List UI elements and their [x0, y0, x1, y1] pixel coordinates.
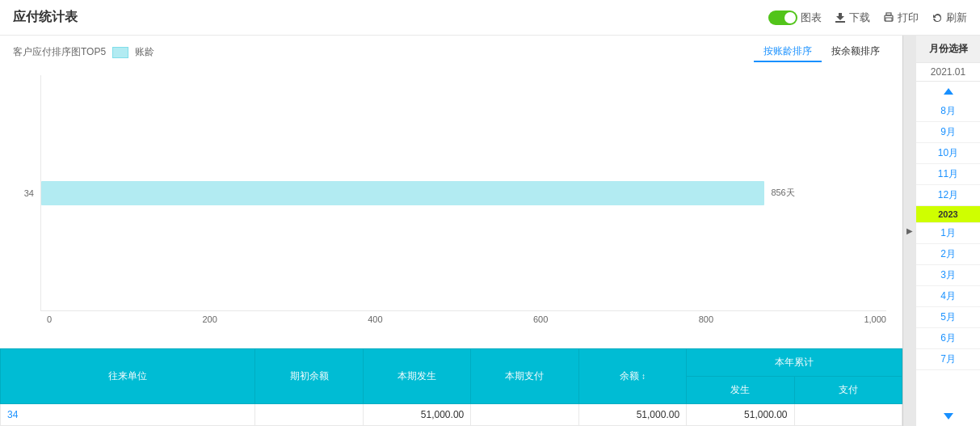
x-label-400: 400 [368, 314, 382, 324]
sort-by-age-button[interactable]: 按账龄排序 [754, 42, 822, 62]
td-current-payment [471, 404, 578, 426]
month-9[interactable]: 9月 [916, 122, 980, 143]
th-col6-sub1: 发生 [687, 377, 794, 404]
data-table: 往来单位 期初余额 本期发生 本期支付 余额 ↕ 本年累计 发生 [0, 348, 902, 426]
refresh-button[interactable]: 刷新 [932, 11, 967, 25]
sidebar-up-button[interactable] [916, 82, 980, 101]
month-12[interactable]: 12月 [916, 185, 980, 206]
download-icon [835, 12, 846, 23]
toggle-switch-icon[interactable] [768, 11, 797, 25]
th-col4: 本期支付 [471, 349, 578, 404]
legend-title: 客户应付排序图TOP5 [13, 45, 106, 59]
download-label: 下载 [849, 11, 870, 25]
right-panel: ▶ 月份选择 2021.01 8月 9月 10月 11月 12月 2023 1月… [902, 36, 980, 426]
sidebar-months: 8月 9月 10月 11月 12月 2023 1月 2月 3月 4月 5月 6月… [916, 101, 980, 407]
refresh-icon [932, 12, 943, 23]
sidebar: 月份选择 2021.01 8月 9月 10月 11月 12月 2023 1月 2… [915, 36, 980, 426]
th-col5: 余额 ↕ [578, 349, 686, 404]
bar-label-34: 856天 [771, 187, 794, 199]
chevron-down-icon [942, 410, 955, 423]
sidebar-collapse-toggle[interactable]: ▶ [902, 36, 915, 426]
th-col1: 往来单位 [1, 349, 255, 404]
table-section: 往来单位 期初余额 本期发生 本期支付 余额 ↕ 本年累计 发生 [0, 348, 902, 426]
main-content: 客户应付排序图TOP5 账龄 按账龄排序 按余额排序 34 [0, 36, 980, 426]
table-row: 34 51,000.00 51,000.00 51,000.00 [1, 404, 902, 426]
chart-top: 客户应付排序图TOP5 账龄 按账龄排序 按余额排序 [0, 36, 902, 69]
bar-chart-inner: 34 856天 [16, 75, 886, 311]
chart-sort-buttons: 按账龄排序 按余额排序 [754, 42, 890, 62]
legend-text: 账龄 [135, 45, 154, 59]
y-label-34: 34 [24, 188, 34, 198]
th-col2: 期初余额 [255, 349, 363, 404]
header-actions: 图表 下载 打印 刷新 [768, 11, 967, 25]
chart-body: 34 856天 0 200 400 600 [0, 69, 902, 348]
sort-by-balance-button[interactable]: 按余额排序 [822, 42, 890, 62]
month-10[interactable]: 10月 [916, 143, 980, 164]
chart-toggle[interactable]: 图表 [768, 11, 822, 25]
refresh-label: 刷新 [946, 11, 967, 25]
month-1[interactable]: 1月 [916, 223, 980, 244]
sidebar-year[interactable]: 2021.01 [916, 63, 980, 82]
x-label-800: 800 [699, 314, 713, 324]
bar-34 [41, 181, 764, 205]
app-container: 应付统计表 图表 下载 打印 刷新 [0, 0, 980, 426]
th-col3: 本期发生 [363, 349, 470, 404]
month-4[interactable]: 4月 [916, 286, 980, 307]
chart-area: 856天 [40, 75, 886, 311]
month-11[interactable]: 11月 [916, 164, 980, 185]
month-2[interactable]: 2月 [916, 244, 980, 265]
td-ytd-payment [794, 404, 902, 426]
x-label-1000: 1,000 [864, 314, 886, 324]
td-ytd-occurrence: 51,000.00 [687, 404, 794, 426]
svg-rect-2 [886, 13, 891, 15]
svg-rect-0 [835, 21, 845, 23]
th-col6-sub2: 支付 [794, 377, 902, 404]
print-icon [883, 12, 894, 23]
month-5[interactable]: 5月 [916, 307, 980, 328]
balance-sort-icon: ↕ [641, 372, 646, 381]
month-6[interactable]: 6月 [916, 328, 980, 349]
download-button[interactable]: 下载 [835, 11, 870, 25]
month-8[interactable]: 8月 [916, 101, 980, 122]
chart-legend: 客户应付排序图TOP5 账龄 [13, 45, 154, 59]
bar-row-34: 856天 [41, 75, 886, 310]
print-button[interactable]: 打印 [883, 11, 919, 25]
svg-rect-3 [885, 18, 892, 21]
year-2023[interactable]: 2023 [916, 206, 980, 223]
td-opening-balance [255, 404, 363, 426]
th-col6-group: 本年累计 [687, 349, 902, 377]
x-label-600: 600 [533, 314, 548, 324]
legend-color-box [112, 47, 128, 58]
month-3[interactable]: 3月 [916, 265, 980, 286]
id-link[interactable]: 34 [7, 409, 18, 420]
chart-label: 图表 [801, 11, 822, 25]
sidebar-header: 月份选择 [916, 36, 980, 63]
td-balance: 51,000.00 [578, 404, 686, 426]
td-current-occurrence: 51,000.00 [363, 404, 470, 426]
chevron-up-icon [942, 85, 955, 98]
chevron-right-icon: ▶ [906, 226, 913, 235]
print-label: 打印 [898, 11, 919, 25]
y-axis: 34 [16, 75, 40, 311]
x-axis: 0 200 400 600 800 1,000 [16, 314, 886, 324]
page-title: 应付统计表 [13, 9, 78, 26]
x-label-200: 200 [203, 314, 217, 324]
x-label-0: 0 [47, 314, 52, 324]
chart-section: 客户应付排序图TOP5 账龄 按账龄排序 按余额排序 34 [0, 36, 902, 426]
td-id: 34 [1, 404, 255, 426]
bar-chart: 34 856天 0 200 400 600 [16, 75, 886, 335]
header: 应付统计表 图表 下载 打印 刷新 [0, 0, 980, 36]
sidebar-down-button[interactable] [916, 407, 980, 426]
month-7[interactable]: 7月 [916, 349, 980, 370]
